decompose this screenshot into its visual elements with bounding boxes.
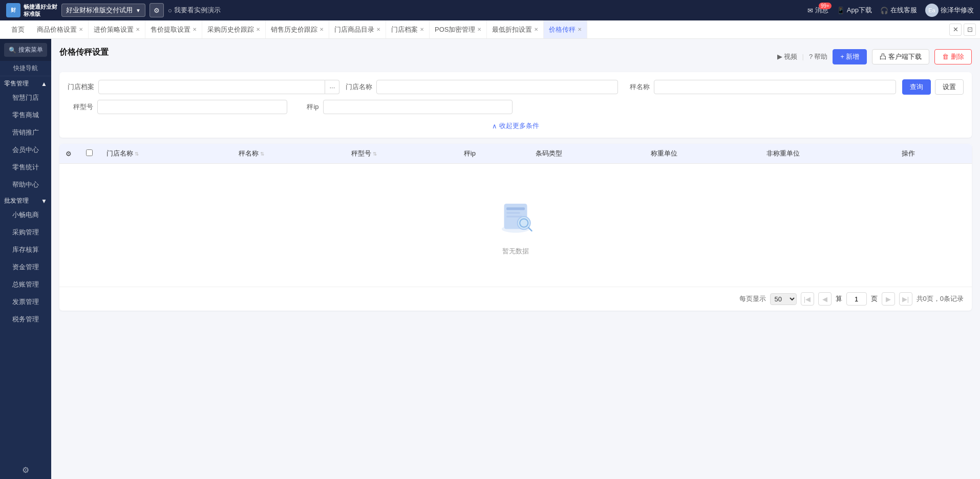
sidebar-item-ledger[interactable]: 总账管理 xyxy=(0,276,51,293)
sidebar-settings-icon[interactable]: ⚙ xyxy=(22,466,29,474)
sidebar-item-ecommerce[interactable]: 小畅电商 xyxy=(0,206,51,224)
store-name-input[interactable] xyxy=(376,80,617,94)
th-action: 操作 xyxy=(896,144,972,164)
user-menu[interactable]: Ea 徐泽华修改 xyxy=(925,4,974,17)
filter-store-name: 门店名称 xyxy=(346,80,617,94)
quick-nav-label: 快捷导航 xyxy=(13,64,38,72)
video-icon: ▶ xyxy=(777,53,782,60)
svg-rect-3 xyxy=(506,212,520,214)
th-sort-scale-model[interactable]: 秤型号 ⇅ xyxy=(351,149,452,158)
search-menu-button[interactable]: 🔍 搜索菜单 xyxy=(4,43,47,57)
select-all-checkbox[interactable] xyxy=(86,149,93,156)
close-icon[interactable]: ✕ xyxy=(256,27,260,32)
last-page-btn[interactable]: ▶| xyxy=(899,292,912,306)
close-icon[interactable]: ✕ xyxy=(193,27,197,32)
close-icon[interactable]: ✕ xyxy=(477,27,481,32)
delete-button[interactable]: 🗑 删除 xyxy=(934,49,972,64)
sidebar-item-smart-store[interactable]: 智慧门店 xyxy=(0,89,51,106)
table-header-row: ⚙ 门店名称 ⇅ xyxy=(59,144,972,164)
tab-bar-actions: ✕ ⊡ xyxy=(949,24,976,36)
sidebar-item-finance[interactable]: 资金管理 xyxy=(0,258,51,276)
close-icon[interactable]: ✕ xyxy=(136,27,140,32)
query-button[interactable]: 查询 xyxy=(902,79,931,95)
settings-icon[interactable]: ⚙ xyxy=(66,150,72,158)
content-area: 价格传秤设置 ▶ 视频 | ? 帮助 + 新增 凸 客户端下载 🗑 xyxy=(51,39,980,479)
store-file-btn[interactable]: ··· xyxy=(325,80,339,94)
close-icon[interactable]: ✕ xyxy=(319,27,324,32)
close-icon[interactable]: ✕ xyxy=(534,27,538,32)
tab-shou-jia[interactable]: 售价提取设置 ✕ xyxy=(145,20,202,39)
sidebar-item-invoice[interactable]: 发票管理 xyxy=(0,293,51,311)
sort-icon: ⇅ xyxy=(260,151,264,157)
close-icon[interactable]: ✕ xyxy=(376,27,380,32)
th-sort-scale-name[interactable]: 秤名称 ⇅ xyxy=(239,149,339,158)
scale-model-label: 秤型号 xyxy=(68,102,93,112)
store-file-input-group: ··· xyxy=(98,80,339,94)
video-link[interactable]: ▶ 视频 xyxy=(777,52,797,61)
collapse-btn[interactable]: ∧ 收起更多条件 xyxy=(492,121,539,130)
add-button[interactable]: + 新增 xyxy=(833,49,867,64)
sidebar-quick-nav[interactable]: 快捷导航 xyxy=(0,61,51,76)
tab-maximize-btn[interactable]: ⊡ xyxy=(964,24,976,36)
th-sort-store-name[interactable]: 门店名称 ⇅ xyxy=(106,149,226,158)
pagination: 每页显示 50 20 100 |◀ ◀ 算 页 ▶ ▶| 共0页，0条记录 xyxy=(59,287,972,311)
sidebar-section-retail[interactable]: 零售管理 ▲ xyxy=(0,76,51,89)
tab-cai-gou[interactable]: 采购历史价跟踪 ✕ xyxy=(202,20,266,39)
message-icon: ✉ xyxy=(807,7,813,14)
page-size-select[interactable]: 50 20 100 xyxy=(770,293,797,305)
sidebar-section-wholesale[interactable]: 批发管理 ▼ xyxy=(0,193,51,206)
demo-link-text: 我要看实例演示 xyxy=(174,6,221,15)
tab-men-dian-mu-lu[interactable]: 门店商品目录 ✕ xyxy=(329,20,386,39)
th-non-weight-unit: 非称重单位 xyxy=(760,144,896,164)
tab-xiao-shou[interactable]: 销售历史价跟踪 ✕ xyxy=(266,20,329,39)
app-selector[interactable]: 好业财标准版交付试用 ▼ xyxy=(61,4,145,17)
close-icon[interactable]: ✕ xyxy=(79,27,83,32)
scale-ip-input[interactable] xyxy=(323,100,513,114)
settings-btn-label: 设置 xyxy=(943,82,956,92)
main-layout: 🔍 搜索菜单 快捷导航 零售管理 ▲ 智慧门店 零售商城 营销推广 会员中心 零… xyxy=(0,39,980,479)
sidebar-item-retail-stats[interactable]: 零售统计 xyxy=(0,159,51,176)
close-icon[interactable]: ✕ xyxy=(578,27,582,32)
next-page-btn[interactable]: ▶ xyxy=(882,292,895,306)
tab-men-dian-dang-an[interactable]: 门店档案 ✕ xyxy=(386,20,430,39)
online-service-btn[interactable]: 🎧 在线客服 xyxy=(880,6,917,15)
scale-ip-label: 秤ip xyxy=(293,102,319,112)
tab-home[interactable]: 首页 xyxy=(4,20,32,39)
demo-link[interactable]: ○ 我要看实例演示 xyxy=(168,6,221,15)
sidebar-search-area: 🔍 搜索菜单 xyxy=(0,39,51,61)
tab-price-chuan[interactable]: 价格传秤 ✕ xyxy=(544,20,587,39)
sidebar-item-help[interactable]: 帮助中心 xyxy=(0,176,51,193)
help-link[interactable]: ? 帮助 xyxy=(809,52,827,61)
sidebar-item-member[interactable]: 会员中心 xyxy=(0,141,51,159)
first-page-btn[interactable]: |◀ xyxy=(801,292,814,306)
store-file-input[interactable] xyxy=(98,80,325,94)
table-card: ⚙ 门店名称 ⇅ xyxy=(59,144,972,311)
message-badge: 99+ xyxy=(819,3,832,9)
scale-name-input[interactable] xyxy=(654,80,896,94)
logo-text: 畅捷通好业财标准版 xyxy=(24,3,57,18)
app-download-btn[interactable]: 📱 App下载 xyxy=(837,6,872,15)
th-settings: ⚙ xyxy=(59,144,80,164)
close-icon[interactable]: ✕ xyxy=(420,27,424,32)
settings-button[interactable]: 设置 xyxy=(935,79,964,95)
sidebar-item-purchase[interactable]: 采购管理 xyxy=(0,224,51,241)
sidebar-item-retail-mall[interactable]: 零售商城 xyxy=(0,106,51,124)
sidebar-item-inventory[interactable]: 库存核算 xyxy=(0,241,51,258)
download-button[interactable]: 凸 客户端下载 xyxy=(872,49,929,64)
message-btn[interactable]: ✉ 消息 99+ xyxy=(807,6,828,15)
tab-pos[interactable]: POS加密管理 ✕ xyxy=(430,20,487,39)
sidebar-item-marketing[interactable]: 营销推广 xyxy=(0,124,51,141)
tab-close-all-btn[interactable]: ✕ xyxy=(949,24,962,36)
app-settings-icon[interactable]: ⚙ xyxy=(150,3,164,17)
th-checkbox xyxy=(80,144,100,164)
prev-page-btn[interactable]: ◀ xyxy=(818,292,832,306)
tab-zui-di[interactable]: 最低折扣设置 ✕ xyxy=(487,20,544,39)
avatar: Ea xyxy=(925,4,939,17)
scale-model-input[interactable] xyxy=(97,100,287,114)
sidebar-item-tax[interactable]: 税务管理 xyxy=(0,311,51,328)
sidebar: 🔍 搜索菜单 快捷导航 零售管理 ▲ 智慧门店 零售商城 营销推广 会员中心 零… xyxy=(0,39,51,479)
chevron-up-icon: ▲ xyxy=(41,80,47,88)
tab-jin-jia[interactable]: 进价策略设置 ✕ xyxy=(89,20,145,39)
page-input[interactable] xyxy=(846,292,867,306)
tab-shang-pin[interactable]: 商品价格设置 ✕ xyxy=(32,20,89,39)
